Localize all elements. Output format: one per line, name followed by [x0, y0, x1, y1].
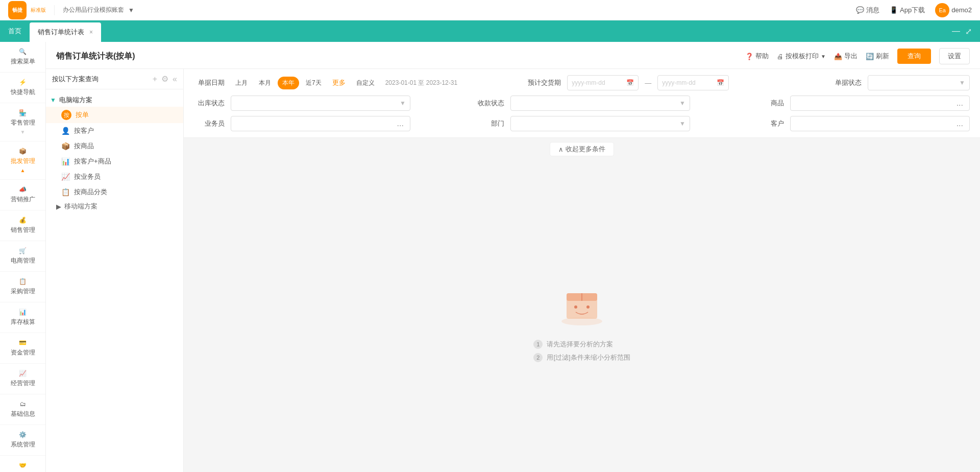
- tab-home[interactable]: 首页: [0, 20, 30, 42]
- export-btn[interactable]: 📤 导出: [834, 52, 857, 61]
- expected-date-start[interactable]: yyyy-mm-dd 📅: [567, 75, 639, 90]
- filter-row-3: 业务员 ... 部门 ▼ 客户: [194, 116, 970, 131]
- product-label: 商品: [753, 99, 784, 108]
- product-select[interactable]: ...: [790, 96, 970, 111]
- date-custom-btn[interactable]: 自定义: [352, 77, 379, 89]
- scheme-settings-icon[interactable]: ⚙: [161, 74, 168, 84]
- sidebar-item-enterprise[interactable]: 🤝 企业协同: [0, 456, 45, 472]
- retail-arrow: ▼: [20, 129, 26, 135]
- salesperson-select[interactable]: ...: [231, 116, 410, 131]
- tree-item-by-product[interactable]: 📦 按商品: [46, 138, 183, 154]
- sidebar-item-sales[interactable]: 💰 销售管理: [0, 210, 45, 241]
- tab-minimize-icon[interactable]: —: [952, 27, 960, 36]
- order-status-select[interactable]: ▼: [868, 75, 970, 90]
- sidebar-item-operation[interactable]: 📈 经营管理: [0, 364, 45, 394]
- inner-layout: 按以下方案查询 + ⚙ « ▼ 电脑端方案 按 按单: [46, 69, 980, 472]
- customer-more-btn[interactable]: ...: [954, 119, 965, 128]
- help-btn[interactable]: ❓ 帮助: [745, 52, 769, 61]
- mobile-group-header[interactable]: ▶ 移动端方案: [46, 200, 183, 213]
- user-menu[interactable]: Ea demo2: [935, 3, 972, 17]
- ecommerce-icon: 🛒: [19, 247, 27, 254]
- salesperson-label: 业务员: [194, 119, 225, 128]
- filter-row-2: 出库状态 ▼ 收款状态 ▼ 商品: [194, 96, 970, 111]
- sidebar-item-marketing[interactable]: 📣 营销推广: [0, 180, 45, 210]
- left-panel: 按以下方案查询 + ⚙ « ▼ 电脑端方案 按 按单: [46, 69, 184, 472]
- subtitle: 标准版: [31, 7, 46, 13]
- tab-close-icon[interactable]: ×: [89, 29, 93, 36]
- expected-date-label: 预计交货期: [528, 78, 561, 87]
- collapse-panel-icon[interactable]: «: [173, 75, 177, 84]
- customer-select[interactable]: ...: [790, 116, 970, 131]
- sales-icon: 💰: [19, 217, 27, 224]
- export-icon: 📤: [834, 53, 842, 60]
- query-button[interactable]: 查询: [897, 49, 931, 64]
- tab-sales-order[interactable]: 销售订单统计表 ×: [30, 22, 101, 42]
- system-icon: ⚙️: [19, 431, 27, 438]
- tree-item-by-customer-product[interactable]: 📊 按客户+商品: [46, 154, 183, 169]
- right-panel: 单据日期 上月 本月 本年 近7天 更多 自定义 2023-01-01 至 20…: [184, 69, 980, 472]
- tree-item-by-category[interactable]: 📋 按商品分类: [46, 184, 183, 200]
- product-tree-icon: 📦: [61, 142, 70, 150]
- svg-point-5: [586, 305, 590, 309]
- message-btn[interactable]: 💬 消息: [856, 6, 879, 15]
- salesperson-more-btn[interactable]: ...: [395, 119, 406, 128]
- nav-icon: ⚡: [19, 79, 27, 86]
- mobile-group-label: 移动端方案: [64, 202, 97, 211]
- order-status-label: 单据状态: [831, 78, 862, 87]
- salesperson-tree-icon: 📈: [61, 173, 70, 181]
- tree-item-by-customer-product-label: 按客户+商品: [74, 157, 111, 166]
- sidebar-item-purchase[interactable]: 📋 采购管理: [0, 272, 45, 302]
- collapse-chevron: ∧: [558, 146, 564, 153]
- tree-item-by-salesperson[interactable]: 📈 按业务员: [46, 169, 183, 184]
- settings-button[interactable]: 设置: [939, 48, 970, 64]
- date-last-month-btn[interactable]: 上月: [231, 77, 252, 89]
- sidebar-quick-nav[interactable]: ⚡ 快捷导航: [0, 73, 45, 103]
- top-bar-right: 💬 消息 📱 App下载 Ea demo2: [856, 3, 972, 17]
- date-separator: —: [645, 79, 651, 87]
- empty-tips: 1 请先选择要分析的方案 2 用[过滤]条件来缩小分析范围: [533, 340, 630, 362]
- mobile-expand-icon: ▶: [56, 203, 61, 210]
- calendar-icon-2: 📅: [717, 79, 724, 86]
- pc-group-header[interactable]: ▼ 电脑端方案: [46, 93, 183, 107]
- tip-num-2: 2: [533, 353, 543, 362]
- sidebar-item-ecommerce[interactable]: 🛒 电商管理: [0, 241, 45, 272]
- tab-maximize-icon[interactable]: ⤢: [965, 27, 972, 36]
- tree-item-by-customer[interactable]: 👤 按客户: [46, 123, 183, 138]
- customer-product-tree-icon: 📊: [61, 157, 70, 166]
- date-this-month-btn[interactable]: 本月: [254, 77, 276, 89]
- tree-item-by-product-label: 按商品: [74, 141, 94, 151]
- expected-date-end[interactable]: yyyy-mm-dd 📅: [657, 75, 729, 90]
- tree-item-by-order[interactable]: 按 按单: [46, 107, 183, 123]
- page-header-actions: ❓ 帮助 🖨 按模板打印 ▼ 📤 导出 🔄 刷新 查询 设置: [745, 48, 970, 64]
- tree-item-by-customer-label: 按客户: [74, 126, 94, 135]
- collapse-btn[interactable]: ∧ 收起更多条件: [550, 142, 614, 156]
- sidebar-search[interactable]: 🔍 搜索菜单: [0, 42, 45, 73]
- delivery-status-select[interactable]: ▼: [231, 96, 410, 111]
- date-more-btn[interactable]: 更多: [328, 77, 350, 89]
- date-7days-btn[interactable]: 近7天: [301, 77, 326, 89]
- refresh-btn[interactable]: 🔄 刷新: [866, 52, 889, 61]
- sidebar-item-inventory[interactable]: 📊 库存核算: [0, 302, 45, 333]
- sidebar-item-basic[interactable]: 🗂 基础信息: [0, 394, 45, 425]
- sidebar-item-wholesale[interactable]: 📦 批发管理 ▲: [0, 141, 45, 180]
- svg-point-4: [574, 305, 577, 309]
- sidebar-item-retail[interactable]: 🏪 零售管理 ▼: [0, 103, 45, 141]
- sidebar-item-system[interactable]: ⚙️ 系统管理: [0, 425, 45, 456]
- calendar-icon-1: 📅: [626, 79, 634, 86]
- payment-status-select[interactable]: ▼: [510, 96, 690, 111]
- department-select[interactable]: ▼: [510, 116, 690, 131]
- delivery-status-label: 出库状态: [194, 99, 225, 108]
- top-bar: 畅捷 标准版 办公用品行业模拟账套 ▼ 💬 消息 📱 App下载 Ea demo…: [0, 0, 980, 20]
- delivery-arrow: ▼: [400, 100, 406, 107]
- print-btn[interactable]: 🖨 按模板打印 ▼: [777, 52, 826, 61]
- add-scheme-icon[interactable]: +: [153, 75, 157, 84]
- sidebar-item-finance[interactable]: 💳 资金管理: [0, 333, 45, 364]
- help-icon: ❓: [745, 53, 753, 60]
- product-more-btn[interactable]: ...: [954, 99, 965, 108]
- active-indicator: 按: [61, 110, 71, 120]
- search-icon: 🔍: [19, 48, 27, 55]
- date-this-year-btn[interactable]: 本年: [278, 77, 299, 89]
- app-dropdown[interactable]: ▼: [128, 7, 134, 14]
- app-download-btn[interactable]: 📱 App下载: [890, 6, 925, 15]
- empty-state: 1 请先选择要分析的方案 2 用[过滤]条件来缩小分析范围: [184, 160, 980, 472]
